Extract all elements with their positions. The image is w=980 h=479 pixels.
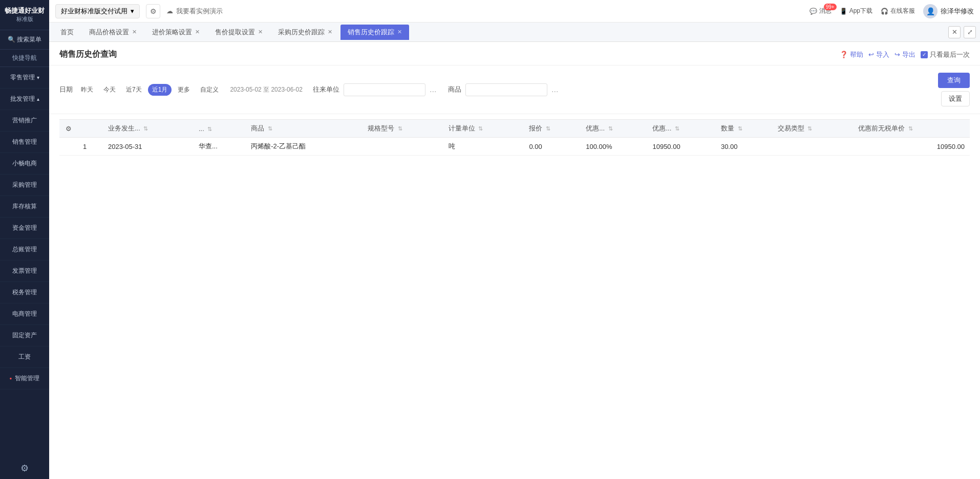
col-spec-label: 规格型号 — [368, 124, 394, 132]
sidebar-item-purchase[interactable]: 采购管理 — [0, 175, 49, 196]
date-filter: 日期 昨天 今天 近7天 近1月 更多 自定义 2023-05-02 至 202… — [59, 84, 303, 96]
sidebar-item-salary[interactable]: 工资 — [0, 346, 49, 368]
export-link[interactable]: ↪ 导出 — [894, 50, 915, 59]
sidebar-item-ledger[interactable]: 总账管理 — [0, 239, 49, 260]
sidebar-item-retail[interactable]: 零售管理 ▾ — [0, 67, 49, 89]
topbar: 好业财标准版交付试用 ▾ ⚙ ☁ 我要看实例演示 💬 消息 99+ 📱 App下… — [49, 0, 980, 23]
partner-dots[interactable]: … — [430, 85, 438, 94]
tab-home[interactable]: 首页 — [53, 25, 81, 40]
partner-label: 往来单位 — [313, 85, 339, 94]
only-last-checkbox[interactable]: 只看最后一次 — [921, 50, 970, 59]
sidebar-settings-btn[interactable]: ⚙ — [0, 458, 49, 479]
demo-icon: ☁ — [166, 7, 173, 15]
tab-close-btn[interactable]: ✕ — [948, 26, 961, 38]
sidebar-item-smart[interactable]: 智能管理 — [0, 368, 49, 389]
col-discount-pct[interactable]: 优惠... ⇅ — [581, 120, 647, 138]
row-pretax-price: 10950.00 — [853, 138, 970, 156]
col-pretax-price[interactable]: 优惠前无税单价 ⇅ — [853, 120, 970, 138]
date-btn-last1month[interactable]: 近1月 — [148, 84, 172, 96]
topbar-right: 💬 消息 99+ 📱 App下载 🎧 在线客服 👤 徐泽华修改 — [809, 4, 974, 18]
app-download-btn[interactable]: 📱 App下载 — [840, 7, 872, 15]
product-label: 商品 — [448, 85, 461, 94]
sort-icon: ⇅ — [207, 126, 212, 132]
sort-icon: ⇅ — [546, 125, 550, 132]
sidebar-item-assets[interactable]: 固定资产 — [0, 325, 49, 346]
app-logo: 畅捷通好业财 标准版 — [0, 0, 49, 30]
sort-icon: ⇅ — [908, 125, 913, 132]
col-discount-amt[interactable]: 优惠... ⇅ — [647, 120, 715, 138]
col-unit[interactable]: 计量单位 ⇅ — [443, 120, 524, 138]
sidebar-item-marketing[interactable]: 营销推广 — [0, 110, 49, 132]
sort-icon: ⇅ — [398, 125, 402, 132]
row-gear — [59, 138, 78, 156]
tab-price[interactable]: 商品价格设置 ✕ — [82, 25, 144, 40]
tab-sales-history-close[interactable]: ✕ — [397, 29, 402, 35]
online-service-btn[interactable]: 🎧 在线客服 — [881, 7, 915, 15]
table-header-row: ⚙ 业务发生... ⇅ ... ⇅ 商品 ⇅ — [59, 120, 970, 138]
message-btn[interactable]: 💬 消息 99+ — [809, 7, 832, 15]
chevron-down-icon: ▾ — [131, 7, 134, 15]
import-link[interactable]: ↩ 导入 — [868, 50, 889, 59]
demo-link[interactable]: ☁ 我要看实例演示 — [166, 7, 223, 16]
search-menu[interactable]: 🔍 搜索菜单 — [0, 30, 49, 50]
date-btn-custom[interactable]: 自定义 — [196, 84, 223, 96]
sidebar-item-inventory[interactable]: 库存核算 — [0, 196, 49, 217]
col-product[interactable]: 商品 ⇅ — [246, 120, 363, 138]
col-price[interactable]: 报价 ⇅ — [524, 120, 581, 138]
sidebar-item-wholesale[interactable]: 批发管理 ▴ — [0, 89, 49, 110]
date-btn-more[interactable]: 更多 — [174, 84, 194, 96]
tab-sale-price-close[interactable]: ✕ — [258, 29, 263, 35]
tab-price-close[interactable]: ✕ — [132, 29, 137, 35]
date-options: 昨天 今天 近7天 近1月 更多 自定义 — [77, 84, 223, 96]
tab-purchase-history[interactable]: 采购历史价跟踪 ✕ — [271, 25, 339, 40]
date-label: 日期 — [59, 85, 73, 94]
app-download-label: App下载 — [849, 7, 872, 15]
tab-sale-price-label: 售价提取设置 — [215, 28, 255, 37]
col-extra[interactable]: ... ⇅ — [194, 120, 246, 138]
gear-icon: ⚙ — [20, 463, 29, 473]
partner-input[interactable] — [344, 83, 425, 96]
query-button[interactable]: 查询 — [938, 73, 970, 88]
version-select[interactable]: 好业财标准版交付试用 ▾ — [55, 4, 140, 18]
col-qty[interactable]: 数量 ⇅ — [716, 120, 773, 138]
data-table: ⚙ 业务发生... ⇅ ... ⇅ 商品 ⇅ — [59, 119, 970, 156]
page-content: 销售历史价查询 ❓ 帮助 ↩ 导入 ↪ 导出 只看最后一次 — [49, 42, 980, 479]
app-logo-title: 畅捷通好业财 — [4, 6, 45, 15]
sort-icon: ⇅ — [675, 125, 679, 132]
sidebar-item-finance[interactable]: 资金管理 — [0, 217, 49, 239]
chevron-down-icon: ▾ — [37, 75, 39, 80]
tab-sales-history[interactable]: 销售历史价跟踪 ✕ — [340, 25, 409, 40]
sidebar-item-sales[interactable]: 销售管理 — [0, 132, 49, 153]
date-btn-last7[interactable]: 近7天 — [122, 84, 146, 96]
row-discount-amt: 10950.00 — [647, 138, 715, 156]
tab-purchase-history-close[interactable]: ✕ — [328, 29, 332, 35]
tab-maximize-btn[interactable]: ⤢ — [964, 26, 976, 38]
tab-sale-price[interactable]: 售价提取设置 ✕ — [208, 25, 270, 40]
col-tx-type[interactable]: 交易类型 ⇅ — [773, 120, 854, 138]
col-spec[interactable]: 规格型号 ⇅ — [363, 120, 443, 138]
table-wrap: ⚙ 业务发生... ⇅ ... ⇅ 商品 ⇅ — [49, 114, 980, 161]
tab-strategy[interactable]: 进价策略设置 ✕ — [145, 25, 207, 40]
setting-button[interactable]: 设置 — [941, 91, 970, 106]
sidebar-item-invoice[interactable]: 发票管理 — [0, 260, 49, 282]
product-input[interactable] — [465, 83, 547, 96]
topbar-setting-btn[interactable]: ⚙ — [146, 4, 160, 18]
user-info[interactable]: 👤 徐泽华修改 — [923, 4, 974, 18]
sidebar-item-ecommerce[interactable]: 电商管理 — [0, 303, 49, 325]
sidebar-item-tax[interactable]: 税务管理 — [0, 282, 49, 303]
quick-nav[interactable]: 快捷导航 — [0, 50, 49, 67]
gear-icon[interactable]: ⚙ — [66, 125, 72, 133]
product-filter: 商品 … — [448, 83, 560, 96]
tab-strategy-close[interactable]: ✕ — [195, 29, 200, 35]
sidebar-item-assets-label: 固定资产 — [12, 331, 37, 340]
date-btn-yesterday[interactable]: 昨天 — [77, 84, 97, 96]
version-select-label: 好业财标准版交付试用 — [61, 7, 127, 16]
col-date[interactable]: 业务发生... ⇅ — [103, 120, 194, 138]
help-link[interactable]: ❓ 帮助 — [840, 50, 863, 59]
app-logo-sub: 标准版 — [4, 15, 45, 23]
date-btn-today[interactable]: 今天 — [99, 84, 120, 96]
product-dots[interactable]: … — [551, 85, 560, 94]
row-price: 0.00 — [524, 138, 581, 156]
tabs-actions: ✕ ⤢ — [948, 26, 976, 38]
sidebar-item-small-ecommerce[interactable]: 小畅电商 — [0, 153, 49, 175]
